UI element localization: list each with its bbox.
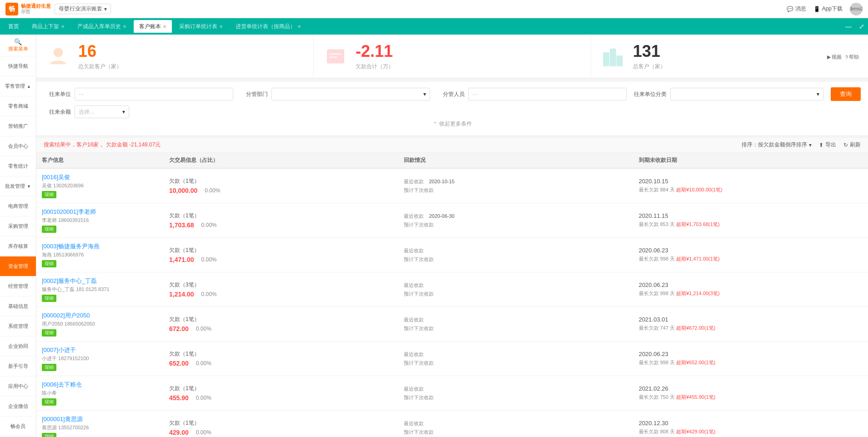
- debt-amount-link-0[interactable]: 10,000.00: [169, 187, 197, 194]
- overdue-link-5[interactable]: 超期¥652.00(1笔): [676, 360, 715, 365]
- customer-name-link-6[interactable]: [0006]去下粮仓: [42, 381, 82, 388]
- tab-collapse-icon[interactable]: —: [843, 23, 853, 30]
- cell-debt-7: 欠款（1笔） 429.00 0.00%: [164, 415, 398, 437]
- debt-amount-link-7[interactable]: 429.00: [169, 429, 189, 436]
- sidebar-item-retail-mgmt[interactable]: 零售管理 ▲: [0, 76, 36, 96]
- table-row: [0006]去下粮仓 陈小希 现销 欠款（1笔） 455.90 0.00% 最近…: [36, 376, 868, 411]
- stat-number-customers: 16: [78, 42, 122, 61]
- sidebar-item-ecommerce[interactable]: 电商管理: [0, 196, 36, 216]
- overdue-link-6[interactable]: 超期¥455.90(1笔): [676, 394, 715, 400]
- tab-expand-icon[interactable]: ⤢: [857, 23, 866, 30]
- tab-customer-ledger[interactable]: 客户账本 ✕: [134, 20, 172, 33]
- tab-purchase[interactable]: 采购订单统计表 ✕: [174, 20, 228, 33]
- customer-name-link-0[interactable]: [0016]吴俊: [42, 174, 70, 181]
- filter-select-balance[interactable]: 选择... ▾: [75, 105, 129, 118]
- sidebar-item-wholesale[interactable]: 批发管理 ▼: [0, 176, 36, 196]
- collapse-bar[interactable]: ⌃ 收起更多条件: [44, 118, 861, 130]
- app-download-button[interactable]: 📱 App下载: [813, 5, 843, 13]
- sidebar-item-purchase[interactable]: 采购管理: [0, 216, 36, 236]
- query-button[interactable]: 查询: [831, 87, 861, 101]
- filter-item-category: 往来单位分类 ▾: [634, 88, 823, 100]
- customer-contact-7: 黄思源 13552700226: [42, 424, 158, 431]
- tab-close-products[interactable]: ✕: [123, 24, 126, 29]
- sidebar-item-guide[interactable]: 新手引导: [0, 357, 36, 377]
- sidebar-item-basic-info[interactable]: 基础信息: [0, 296, 36, 316]
- sidebar-item-finance[interactable]: 资金管理: [0, 256, 36, 276]
- due-date-0: 2020.10.15: [639, 178, 863, 185]
- tab-close-ledger[interactable]: ✕: [163, 24, 166, 29]
- debt-row-7: 429.00 0.00%: [169, 429, 393, 436]
- debt-amount-link-3[interactable]: 1,214.00: [169, 291, 194, 298]
- cell-due-5: 2020.06.23 最长欠款 998 天 超期¥652.00(1笔): [633, 346, 868, 372]
- filter-input-person[interactable]: ···: [468, 88, 627, 100]
- logo-icon: 畅: [5, 3, 18, 15]
- cell-customer-7: [000001]黄思源 黄思源 13552700226 现销: [36, 411, 164, 437]
- stat-number-total: 131: [633, 42, 666, 61]
- customer-name-link-4[interactable]: [000002]用户2050: [42, 312, 90, 319]
- debt-amount-link-1[interactable]: 1,703.68: [169, 221, 194, 229]
- cell-customer-3: [0002]服务中心_丁磊 服务中心_丁磊 181 0125 8371 现销: [36, 272, 164, 306]
- debt-label-4: 欠款（1笔）: [169, 316, 393, 323]
- overdue-link-3[interactable]: 超期¥1,214.00(3笔): [676, 291, 719, 296]
- overdue-link-1[interactable]: 超期¥1,703.68(1笔): [676, 221, 719, 227]
- tab-home[interactable]: 首页: [3, 20, 25, 33]
- avatar[interactable]: demo2: [850, 3, 863, 15]
- customer-name-link-5[interactable]: [0007]小进干: [42, 347, 76, 353]
- filter-label-category: 往来单位分类: [634, 90, 667, 98]
- customer-contact-0: 吴俊 13026203696: [42, 182, 158, 189]
- company-select[interactable]: 母婴行业演示账套 ▾: [55, 4, 111, 14]
- svg-rect-2: [329, 53, 342, 55]
- debt-percent-3: 0.00%: [201, 291, 217, 297]
- video-button[interactable]: ▶ 视频: [827, 54, 842, 60]
- help-button[interactable]: ? 帮助: [845, 54, 859, 60]
- overdue-link-2[interactable]: 超期¥1,471.00(1笔): [676, 256, 719, 261]
- refresh-button[interactable]: ↻ 刷新: [843, 141, 861, 149]
- cell-debt-2: 欠款（1笔） 1,471.00 0.00%: [164, 242, 398, 268]
- sidebar-item-member[interactable]: 会员中心: [0, 136, 36, 156]
- debt-amount-link-4[interactable]: 672.00: [169, 325, 189, 332]
- debt-amount-link-5[interactable]: 652.00: [169, 360, 189, 367]
- overdue-link-4[interactable]: 超期¥672.00(1笔): [676, 325, 715, 331]
- overdue-info-6: 最长欠款 750 天 超期¥455.90(1笔): [639, 394, 863, 401]
- sidebar-search[interactable]: 🔍 搜索菜单: [0, 35, 36, 56]
- cell-debt-3: 欠款（3笔） 1,214.00 0.00%: [164, 276, 398, 302]
- tab-products[interactable]: 产成品入库单历史 ✕: [72, 20, 132, 33]
- tab-inbound[interactable]: 进货单统计表（按商品） ✕: [230, 20, 306, 33]
- stat-card-actions: ▶ 视频 ? 帮助: [827, 52, 859, 60]
- sidebar-item-system[interactable]: 系统管理: [0, 316, 36, 337]
- filter-input-unit[interactable]: ···: [75, 88, 233, 100]
- customer-name-link-2[interactable]: [0003]畅捷服务尹海燕: [42, 243, 100, 250]
- tab-close-goods[interactable]: ✕: [61, 24, 65, 29]
- debt-amount-link-6[interactable]: 455.90: [169, 394, 189, 402]
- message-button[interactable]: 💬 消息: [787, 5, 806, 13]
- customer-tag-0: 现销: [42, 191, 56, 198]
- sort-button[interactable]: 排序：按欠款金额倒序排序 ▾: [742, 141, 812, 149]
- overdue-link-0[interactable]: 超期¥10,000.00(1笔): [676, 187, 722, 192]
- sidebar-item-inventory[interactable]: 库存核算: [0, 236, 36, 256]
- filter-select-category[interactable]: ▾: [670, 88, 823, 100]
- customer-name-link-3[interactable]: [0002]服务中心_丁磊: [42, 277, 97, 284]
- stat-icon-customers: [45, 44, 71, 69]
- overdue-info-7: 最长欠款 808 天 超期¥429.00(1笔): [639, 428, 863, 435]
- sidebar-item-operations[interactable]: 经营管理: [0, 276, 36, 296]
- tab-goods[interactable]: 商品上下架 ✕: [26, 20, 70, 33]
- sidebar-item-app-center[interactable]: 应用中心: [0, 377, 36, 397]
- sidebar-item-enterprise[interactable]: 企业协同: [0, 337, 36, 357]
- sidebar-item-retail-mall[interactable]: 零售商城: [0, 96, 36, 116]
- debt-amount-link-2[interactable]: 1,471.00: [169, 256, 194, 263]
- cell-due-3: 2020.06.23 最长欠款 998 天 超期¥1,214.00(3笔): [633, 277, 868, 302]
- customer-name-link-7[interactable]: [000001]黄思源: [42, 416, 83, 422]
- tab-close-inbound[interactable]: ✕: [297, 24, 301, 29]
- sidebar-item-marketing[interactable]: 营销推广: [0, 116, 36, 136]
- customer-name-link-1[interactable]: [0001020001]李老师: [42, 208, 96, 215]
- sidebar-item-member2[interactable]: 畅会员: [0, 417, 36, 437]
- tab-close-purchase[interactable]: ✕: [219, 24, 223, 29]
- cell-customer-2: [0003]畅捷服务尹海燕 海燕 18513066976 现销: [36, 238, 164, 272]
- overdue-link-7[interactable]: 超期¥429.00(1笔): [676, 429, 715, 434]
- filter-select-dept[interactable]: ▾: [271, 88, 430, 100]
- export-button[interactable]: ⬆ 导出: [819, 141, 836, 149]
- sidebar-item-retail-stats[interactable]: 零售统计: [0, 156, 36, 176]
- sidebar-item-quick-nav[interactable]: 快捷导航: [0, 56, 36, 76]
- stat-card-total: 131 总客户（家） ▶ 视频 ? 帮助: [591, 35, 868, 78]
- sidebar-item-wechat[interactable]: 企业微信: [0, 397, 36, 417]
